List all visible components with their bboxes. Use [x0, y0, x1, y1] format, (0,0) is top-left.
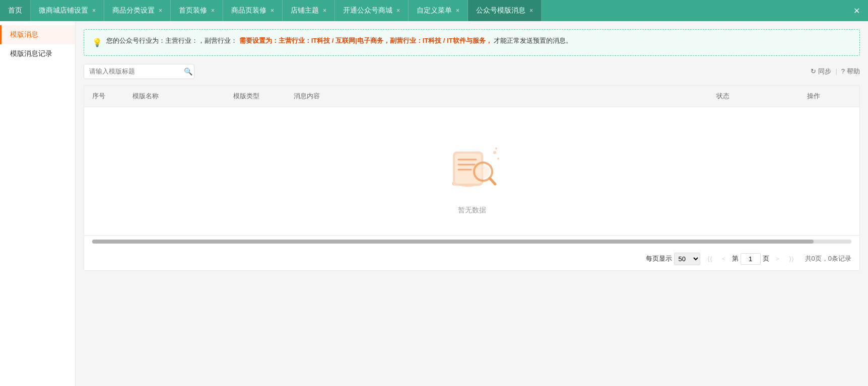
close-all-button[interactable]: ✕	[845, 6, 868, 16]
col-header-type: 模版类型	[225, 86, 286, 107]
sidebar: 模版消息 模版消息记录	[0, 21, 76, 386]
nav-item-weshop[interactable]: 微商城店铺设置 ×	[31, 0, 104, 21]
page-navigation: ⟨⟨ ＜ 第 页 ＞ ⟩⟩	[704, 253, 797, 265]
table-header: 序号 模版名称 模版类型 消息内容 状态 操作	[84, 86, 859, 107]
sidebar-item-template-msg[interactable]: 模版消息	[0, 25, 75, 44]
nav-label-weshop: 微商城店铺设置	[39, 6, 88, 15]
page-size-select: 每页显示 10 20 50 100	[646, 253, 700, 265]
svg-point-10	[497, 158, 499, 160]
notice-icon: 💡	[92, 36, 102, 49]
nav-item-product-page[interactable]: 商品页装修 ×	[223, 0, 283, 21]
help-button[interactable]: ? 帮助	[841, 67, 860, 76]
page-word-di: 第	[732, 254, 739, 263]
nav-label-homepage: 首页装修	[179, 6, 207, 15]
page-size-dropdown[interactable]: 10 20 50 100	[674, 253, 700, 265]
page-next-button[interactable]: ＞	[771, 253, 784, 264]
page-size-label: 每页显示	[646, 254, 672, 263]
nav-label-category: 商品分类设置	[112, 6, 155, 15]
sync-icon: ↻	[811, 67, 816, 75]
search-input[interactable]	[84, 64, 179, 78]
svg-point-11	[495, 147, 497, 149]
close-template-msg[interactable]: ×	[529, 7, 533, 14]
content-area: 💡 您的公众号行业为：主营行业：，副营行业： 需要设置为：主营行业：IT科技 /…	[76, 21, 868, 386]
empty-state: 暂无数据	[84, 107, 859, 235]
sync-button[interactable]: ↻ 同步	[811, 67, 831, 76]
nav-item-template-msg[interactable]: 公众号模版消息 ×	[468, 0, 542, 21]
scroll-bar-area	[84, 235, 859, 248]
help-icon: ?	[841, 67, 845, 75]
scroll-track[interactable]	[92, 240, 851, 244]
nav-item-store-theme[interactable]: 店铺主题 ×	[283, 0, 335, 21]
close-open-mall[interactable]: ×	[396, 7, 400, 14]
close-product-page[interactable]: ×	[271, 7, 274, 14]
nav-item-category[interactable]: 商品分类设置 ×	[104, 0, 171, 21]
col-header-seq: 序号	[84, 86, 124, 107]
pagination: 每页显示 10 20 50 100 ⟨⟨ ＜ 第 页 ＞ ⟩⟩	[84, 248, 859, 270]
nav-label-home: 首页	[8, 6, 22, 15]
nav-label-open-mall: 开通公众号商城	[343, 6, 392, 15]
nav-item-homepage[interactable]: 首页装修 ×	[171, 0, 223, 21]
svg-line-8	[490, 178, 495, 184]
top-navigation: 首页 微商城店铺设置 × 商品分类设置 × 首页装修 × 商品页装修 × 店铺主…	[0, 0, 868, 21]
page-first-button[interactable]: ⟨⟨	[704, 254, 715, 264]
close-category[interactable]: ×	[159, 7, 162, 14]
nav-item-open-mall[interactable]: 开通公众号商城 ×	[335, 0, 409, 21]
close-homepage[interactable]: ×	[211, 7, 215, 14]
toolbar-right: ↻ 同步 | ? 帮助	[811, 67, 860, 76]
data-table: 序号 模版名称 模版类型 消息内容 状态 操作	[84, 85, 860, 271]
col-header-action: 操作	[799, 86, 859, 107]
svg-point-9	[493, 151, 496, 154]
empty-text: 暂无数据	[458, 206, 486, 215]
page-last-button[interactable]: ⟩⟩	[786, 254, 797, 264]
col-header-name: 模版名称	[124, 86, 225, 107]
notice-box: 💡 您的公众号行业为：主营行业：，副营行业： 需要设置为：主营行业：IT科技 /…	[84, 29, 860, 56]
nav-label-template-msg: 公众号模版消息	[476, 6, 525, 15]
close-store-theme[interactable]: ×	[323, 7, 326, 14]
nav-item-custom-menu[interactable]: 自定义菜单 ×	[409, 0, 468, 21]
scroll-thumb	[92, 240, 814, 244]
search-button[interactable]: 🔍	[179, 64, 194, 79]
nav-label-custom-menu: 自定义菜单	[417, 6, 452, 15]
col-header-content: 消息内容	[286, 86, 708, 107]
page-word: 页	[763, 254, 769, 263]
sidebar-item-template-records[interactable]: 模版消息记录	[0, 44, 75, 63]
toolbar-divider: |	[835, 67, 837, 75]
nav-label-store-theme: 店铺主题	[291, 6, 319, 15]
main-layout: 模版消息 模版消息记录 💡 您的公众号行业为：主营行业：，副营行业： 需要设置为…	[0, 21, 868, 386]
total-info: 共0页，0条记录	[805, 254, 851, 263]
svg-point-7	[477, 165, 490, 178]
search-box: 🔍	[84, 64, 194, 79]
close-weshop[interactable]: ×	[92, 7, 96, 14]
notice-text: 您的公众号行业为：主营行业：，副营行业： 需要设置为：主营行业：IT科技 / 互…	[106, 36, 572, 46]
close-custom-menu[interactable]: ×	[456, 7, 459, 14]
page-number-input[interactable]	[741, 253, 761, 265]
nav-item-home[interactable]: 首页	[0, 0, 31, 21]
col-header-status: 状态	[708, 86, 799, 107]
nav-label-product-page: 商品页装修	[231, 6, 266, 15]
empty-icon	[442, 137, 502, 198]
toolbar: 🔍 ↻ 同步 | ? 帮助	[84, 64, 860, 79]
page-prev-button[interactable]: ＜	[717, 253, 730, 264]
